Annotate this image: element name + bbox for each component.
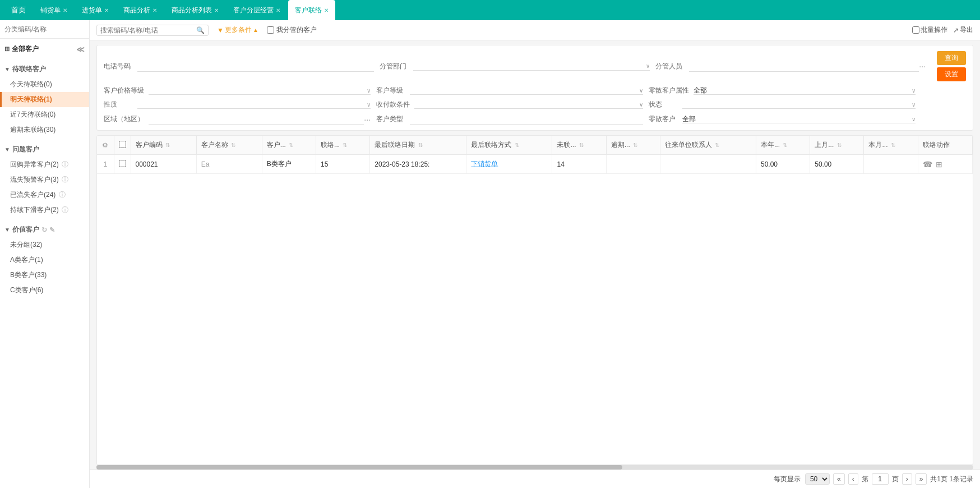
sidebar-item-today[interactable]: 今天待联络(0) (0, 77, 89, 92)
sidebar-item-overdue[interactable]: 逾期未联络(30) (0, 122, 89, 137)
info-icon-repurchase: ⓘ (62, 160, 68, 168)
row-checkbox[interactable] (119, 160, 126, 167)
filter-dept-select[interactable] (413, 62, 645, 70)
sidebar-item-week[interactable]: 近7天待联络(0) (0, 107, 89, 122)
sidebar-item-class-a[interactable]: A类客户(1) (0, 252, 89, 268)
nav-item-customer-tier[interactable]: 客户分层经营 ✕ (226, 0, 287, 20)
filter-status-select[interactable] (682, 100, 910, 108)
filter-payment-label: 收付款条件 (376, 100, 414, 109)
nav-close-product-analysis[interactable]: ✕ (152, 7, 157, 13)
sidebar-problem-title[interactable]: ▼ 问题客户 (0, 142, 89, 157)
info-icon-churn: ⓘ (62, 176, 68, 183)
sidebar-item-churn-warning[interactable]: 流失预警客户(3) ⓘ (0, 172, 89, 187)
th-settings[interactable]: ⚙ (97, 136, 114, 155)
sidebar-item-repurchase[interactable]: 回购异常客户(2) ⓘ (0, 157, 89, 172)
page-size-select[interactable]: 50 (805, 473, 830, 485)
sidebar-item-declining[interactable]: 持续下滑客户(2) ⓘ (0, 202, 89, 218)
filter-manager-label: 分管人员 (655, 62, 689, 71)
settings-button[interactable]: 设置 (937, 67, 966, 81)
export-button[interactable]: ↗ 导出 (953, 25, 973, 35)
filter-grade-select[interactable] (410, 86, 638, 94)
chevron-down-icon-7: ∨ (912, 102, 916, 108)
select-all-checkbox[interactable] (119, 141, 126, 148)
collapse-icon[interactable]: ≪ (76, 45, 85, 54)
sidebar-search-input[interactable] (4, 25, 89, 33)
th-contact[interactable]: 联络... ⇅ (316, 136, 370, 155)
batch-operation-button[interactable]: 批量操作 (912, 25, 947, 35)
filter-region-dots[interactable]: ··· (364, 115, 371, 124)
filter-type-label: 客户类型 (376, 114, 410, 124)
nav-item-product-analysis-list[interactable]: 商品分析列表 ✕ (165, 0, 225, 20)
th-last-month[interactable]: 上月... ⇅ (810, 136, 864, 155)
last-page-button[interactable]: » (916, 473, 927, 485)
th-code[interactable]: 客户编码 ⇅ (131, 136, 196, 155)
th-this-month[interactable]: 本月... ⇅ (864, 136, 918, 155)
nav-item-home[interactable]: 首页 (4, 0, 33, 20)
filter-type-input[interactable] (410, 114, 643, 125)
sidebar-pending-title[interactable]: ▼ 待联络客户 (0, 62, 89, 77)
next-page-button[interactable]: › (902, 473, 912, 485)
th-last-method[interactable]: 最后联络方式 ⇅ (466, 136, 552, 155)
filter-region-input[interactable] (149, 114, 364, 125)
arrow-down-icon-2: ▼ (4, 146, 10, 153)
sort-icon-no-contact: ⇅ (579, 142, 584, 148)
th-no-contact[interactable]: 未联... ⇅ (552, 136, 606, 155)
th-name[interactable]: 客户名称 ⇅ (196, 136, 262, 155)
filter-retail-attr-wrapper: 全部 ∨ (694, 86, 916, 95)
first-page-button[interactable]: « (833, 473, 845, 485)
page-number-input[interactable] (872, 473, 889, 485)
grid-action-icon[interactable]: ⊞ (936, 160, 942, 169)
sort-icon-type: ⇅ (289, 142, 293, 148)
nav-item-purchase[interactable]: 进货单 ✕ (75, 0, 115, 20)
phone-icon[interactable]: ☎ (923, 160, 932, 169)
filter-retail-attr-select[interactable]: 全部 (694, 86, 910, 94)
sidebar-item-class-c[interactable]: C类客户(6) (0, 283, 89, 298)
nav-close-product-analysis-list[interactable]: ✕ (214, 7, 219, 13)
nav-item-sales[interactable]: 销货单 ✕ (34, 0, 74, 20)
more-conditions-button[interactable]: ▼ 更多条件 ▲ (213, 24, 262, 36)
sidebar-value-title[interactable]: ▼ 价值客户 ↻ ✎ (0, 222, 89, 237)
search-icon[interactable]: 🔍 (196, 26, 205, 34)
query-button[interactable]: 查询 (937, 51, 966, 65)
last-method-link[interactable]: 下销货单 (471, 160, 498, 168)
filter-phone-input[interactable] (137, 61, 374, 72)
sidebar-item-class-b[interactable]: B类客户(33) (0, 268, 89, 283)
filter-manager-input[interactable] (689, 61, 919, 72)
table-header-row: ⚙ 客户编码 ⇅ 客户名称 ⇅ 客户... (97, 136, 973, 155)
sidebar-all-customers[interactable]: ⊞ 全部客户 ≪ (0, 41, 89, 57)
sidebar-item-tomorrow[interactable]: 明天待联络(1) (0, 92, 89, 107)
prev-page-button[interactable]: ‹ (848, 473, 858, 485)
th-last-date[interactable]: 最后联络日期 ⇅ (370, 136, 466, 155)
sidebar-item-ungrouped[interactable]: 未分组(32) (0, 237, 89, 252)
filter-price-select[interactable] (149, 86, 366, 94)
th-contact-person[interactable]: 往来单位联系人 ⇅ (660, 136, 756, 155)
search-input[interactable] (100, 26, 196, 34)
filter-nature-select[interactable] (137, 100, 366, 108)
pagination-bar: 每页显示 50 « ‹ 第 页 › » 共1页 1条记录 (90, 469, 980, 488)
th-type[interactable]: 客户... ⇅ (262, 136, 316, 155)
filter-phone-label: 电话号码 (104, 62, 137, 71)
th-this-year[interactable]: 本年... ⇅ (756, 136, 810, 155)
th-overdue[interactable]: 逾期... ⇅ (606, 136, 660, 155)
my-customers-checkbox[interactable]: 我分管的客户 (267, 25, 317, 35)
filter-manager-dots[interactable]: ··· (919, 62, 926, 71)
nav-close-customer-tier[interactable]: ✕ (276, 7, 280, 13)
filter-retail-select[interactable]: 全部 (682, 115, 910, 123)
refresh-icon[interactable]: ↻ (41, 226, 47, 234)
nav-close-sales[interactable]: ✕ (63, 7, 67, 13)
filter-nature-label: 性质 (104, 100, 137, 109)
td-actions: ☎ ⊞ (918, 155, 972, 174)
filter-payment-wrapper: ∨ (414, 100, 643, 109)
sidebar-item-churned[interactable]: 已流失客户(24) ⓘ (0, 187, 89, 202)
batch-op-check[interactable] (912, 26, 919, 34)
filter-payment-select[interactable] (414, 100, 638, 108)
horizontal-scrollbar[interactable] (96, 465, 973, 469)
nav-item-customer-contact[interactable]: 客户联络 ✕ (288, 0, 335, 20)
nav-item-product-analysis[interactable]: 商品分析 ✕ (117, 0, 164, 20)
nav-close-purchase[interactable]: ✕ (104, 7, 109, 13)
edit-icon[interactable]: ✎ (49, 226, 55, 234)
filter-status-wrapper: ∨ (682, 100, 916, 109)
arrow-down-icon-3: ▼ (4, 227, 10, 233)
nav-close-customer-contact[interactable]: ✕ (324, 7, 329, 13)
my-customers-check[interactable] (267, 26, 274, 34)
